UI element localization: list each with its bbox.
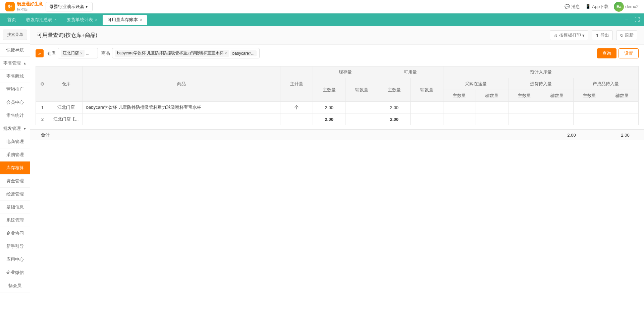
tab-home-label: 首页 <box>7 17 16 23</box>
header-left: 好 畅捷通好生意 标准版 母婴行业演示账套 ▾ <box>5 1 93 12</box>
product-tag-2-value: babycare?... <box>232 51 255 56</box>
user-profile[interactable]: Ea demo2 <box>614 2 639 12</box>
ecommerce-mgmt-label: 电商管理 <box>6 139 24 145</box>
product-tag-2: babycare?... <box>230 50 257 56</box>
cell-avail-main: 2.00 <box>378 113 411 125</box>
sidebar-item-basic-info[interactable]: 基础信息 <box>0 201 30 214</box>
sidebar-item-enterprise-collab[interactable]: 企业协同 <box>0 227 30 240</box>
th-incoming-main: 主数量 <box>508 90 541 102</box>
tab-demand-stats-close[interactable]: × <box>95 17 97 22</box>
marketing-label: 营销推广 <box>6 86 24 92</box>
tab-navigation: 首页 收发存汇总表 × 要货单统计表 × 可用量库存账本 × － ⛶ <box>0 13 644 26</box>
filter-action-buttons: 查询 设置 <box>597 48 639 58</box>
filter-expand-button[interactable]: » <box>36 49 44 57</box>
tab-nav-actions: － ⛶ <box>623 15 641 25</box>
tab-receive-pay[interactable]: 收发存汇总表 × <box>21 15 61 25</box>
username: demo2 <box>625 4 639 9</box>
cell-warehouse: 江北门店【... <box>49 113 83 125</box>
gear-icon[interactable]: ⚙ <box>40 81 45 87</box>
vip-member-label: 畅会员 <box>8 283 21 289</box>
tab-home[interactable]: 首页 <box>3 15 21 25</box>
warehouse-filter-group: 仓库 江北门店 × ... <box>47 48 98 58</box>
retail-mgmt-label: 零售管理 <box>3 60 21 66</box>
warehouse-filter-input[interactable]: 江北门店 × ... <box>58 48 98 58</box>
sidebar: 搜索菜单 快捷导航 零售管理 ▲ 零售商城 营销推广 会员中心 零售统计 批发管… <box>0 26 30 326</box>
warehouse-tag-remove[interactable]: × <box>80 51 83 56</box>
cell-pur-transit-main <box>443 102 476 113</box>
sidebar-item-wholesale-mgmt[interactable]: 批发管理 ▼ <box>0 122 30 135</box>
warehouse-more[interactable]: ... <box>86 51 89 56</box>
tab-available-stock[interactable]: 可用量库存账本 × <box>103 15 147 25</box>
message-action[interactable]: 💬 消息 <box>565 4 580 10</box>
th-pur-transit-aux: 辅数量 <box>476 90 508 102</box>
th-pur-transit-main: 主数量 <box>443 90 476 102</box>
query-button[interactable]: 查询 <box>597 48 616 58</box>
table-footer: 合计 2.00 2.00 <box>30 129 644 140</box>
tab-demand-stats[interactable]: 要货单统计表 × <box>62 15 102 25</box>
message-label: 消息 <box>571 4 580 10</box>
cell-incoming-main <box>508 113 541 125</box>
th-prod-aux: 辅数量 <box>606 90 638 102</box>
sidebar-item-ecommerce-mgmt[interactable]: 电商管理 <box>0 135 30 148</box>
brand-name: 畅捷通好生意 <box>17 1 43 7</box>
sidebar-item-retail-mall[interactable]: 零售商城 <box>0 70 30 83</box>
wholesale-mgmt-label: 批发管理 <box>3 126 21 132</box>
filter-bar: » 仓库 江北门店 × ... 商品 <box>30 45 644 62</box>
retail-mall-label: 零售商城 <box>6 73 24 79</box>
logo-area: 好 畅捷通好生意 标准版 <box>5 1 43 12</box>
sidebar-item-new-guide[interactable]: 新手引导 <box>0 240 30 253</box>
sidebar-item-system-mgmt[interactable]: 系统管理 <box>0 214 30 227</box>
page-header-actions: 🖨 按模板打印 ▾ ⬆ 导出 ↻ 刷新 <box>550 30 637 40</box>
th-planned-inbound-group: 预计入库量 <box>443 66 639 78</box>
sidebar-item-purchase-mgmt[interactable]: 采购管理 <box>0 148 30 161</box>
sidebar-item-finance-mgmt[interactable]: 资金管理 <box>0 175 30 188</box>
cell-pur-transit-aux <box>476 102 508 113</box>
refresh-button[interactable]: ↻ 刷新 <box>616 30 637 40</box>
th-pur-transit-group: 采购在途量 <box>443 78 508 90</box>
member-center-label: 会员中心 <box>6 99 24 105</box>
tab-receive-pay-close[interactable]: × <box>54 17 57 22</box>
sidebar-item-retail-stats[interactable]: 零售统计 <box>0 109 30 122</box>
inventory-check-label: 库存核算 <box>6 165 24 171</box>
th-prod-main: 主数量 <box>573 90 606 102</box>
retail-stats-label: 零售统计 <box>6 112 24 119</box>
cell-prod-main <box>573 102 606 113</box>
sidebar-item-vip-member[interactable]: 畅会员 <box>0 279 30 292</box>
th-avail-aux: 辅数量 <box>411 78 443 102</box>
sidebar-item-retail-mgmt[interactable]: 零售管理 ▲ <box>0 57 30 70</box>
app-download-action[interactable]: 📱 App下载 <box>585 4 608 10</box>
tab-minimize-btn[interactable]: － <box>623 15 631 25</box>
cell-stock-main: 2.00 <box>313 113 345 125</box>
store-selector[interactable]: 母婴行业演示账套 ▾ <box>46 2 93 11</box>
cell-prod-aux <box>606 113 638 125</box>
logo-icon: 好 <box>5 2 15 11</box>
user-initial: Ea <box>616 4 622 9</box>
system-mgmt-label: 系统管理 <box>6 217 24 223</box>
sidebar-item-inventory-check[interactable]: 库存核算 <box>0 161 30 175</box>
tab-available-stock-close[interactable]: × <box>140 17 142 22</box>
product-filter-input[interactable]: babycare学饮杯 儿童防摔防撞吸管杯重力球吸嘴杯宝宝水杯 × babyca… <box>112 48 260 58</box>
tab-maximize-btn[interactable]: ⛶ <box>633 15 641 24</box>
sidebar-item-quick-nav[interactable]: 快捷导航 <box>0 44 30 57</box>
footer-stock-main: 2.00 <box>558 133 585 138</box>
warehouse-tag: 江北门店 × <box>61 50 85 57</box>
data-table: ⚙ 仓库 商品 主计量 现存量 可用量 预计入库量 主数量 辅数量 <box>36 66 639 125</box>
message-icon: 💬 <box>565 4 570 9</box>
cell-avail-aux <box>411 102 443 113</box>
edition-badge: 标准版 <box>17 7 43 12</box>
search-menu-button[interactable]: 搜索菜单 <box>3 30 27 40</box>
refresh-icon: ↻ <box>620 33 624 38</box>
product-tag-1-remove[interactable]: × <box>225 51 227 56</box>
sidebar-item-marketing[interactable]: 营销推广 <box>0 83 30 96</box>
sidebar-item-operations-mgmt[interactable]: 经营管理 <box>0 188 30 201</box>
sidebar-item-app-center[interactable]: 应用中心 <box>0 253 30 266</box>
th-settings: ⚙ <box>36 66 49 102</box>
tab-receive-pay-label: 收发存汇总表 <box>26 17 52 23</box>
store-name: 母婴行业演示账套 <box>49 4 84 10</box>
sidebar-item-member-center[interactable]: 会员中心 <box>0 96 30 109</box>
settings-button[interactable]: 设置 <box>619 48 639 58</box>
template-print-button[interactable]: 🖨 按模板打印 ▾ <box>550 30 588 40</box>
export-button[interactable]: ⬆ 导出 <box>592 30 613 40</box>
cell-pur-transit-aux <box>476 113 508 125</box>
sidebar-item-enterprise-wechat[interactable]: 企业微信 <box>0 266 30 279</box>
